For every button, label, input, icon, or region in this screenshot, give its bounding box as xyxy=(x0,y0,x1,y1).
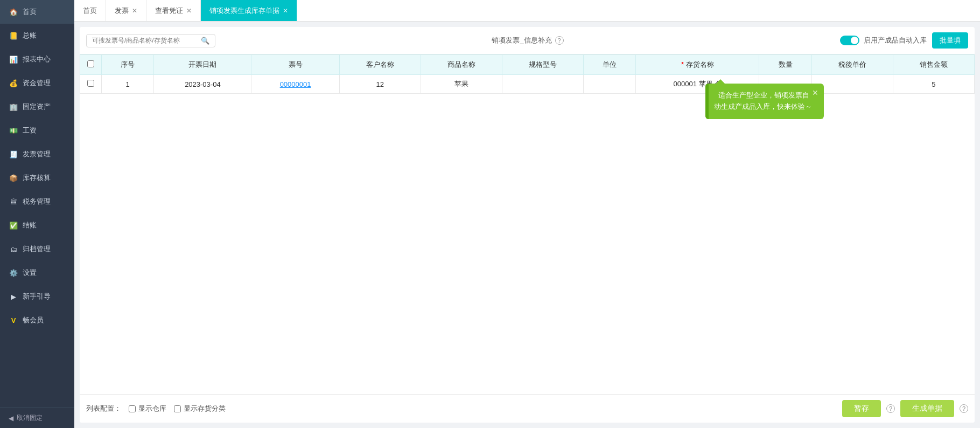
row-ticket-no[interactable]: 00000001 xyxy=(251,75,339,94)
invoice-icon: 🧾 xyxy=(9,149,18,159)
search-input[interactable] xyxy=(92,37,198,44)
show-category-checkbox[interactable] xyxy=(174,405,181,412)
tax-icon: 🏛 xyxy=(9,197,18,206)
sidebar-item-assets[interactable]: 🏢 固定资产 xyxy=(0,95,74,119)
save-button[interactable]: 暂存 xyxy=(842,400,881,417)
sidebar-item-settings-label: 设置 xyxy=(23,268,37,278)
inventory-icon: 📦 xyxy=(9,173,18,183)
sidebar-item-invoice-label: 发票管理 xyxy=(23,149,51,159)
sidebar: 🏠 首页 📒 总账 📊 报表中心 💰 资金管理 🏢 固定资产 💵 工资 🧾 发票… xyxy=(0,0,74,428)
sidebar-item-ledger[interactable]: 📒 总账 xyxy=(0,24,74,47)
sidebar-item-wages-label: 工资 xyxy=(23,126,37,135)
toggle-label: 启用产成品自动入库 xyxy=(864,36,927,45)
batch-fill-button[interactable]: 批量填 xyxy=(932,32,968,49)
tab-invoice[interactable]: 发票 ✕ xyxy=(106,0,146,21)
content-area: 🔍 销项发票_信息补充 ? 启用产成品自动入库 批量填 xyxy=(80,27,975,423)
funds-icon: 💰 xyxy=(9,78,18,88)
auto-stock-toggle[interactable] xyxy=(840,36,859,45)
select-all-checkbox[interactable] xyxy=(87,60,94,67)
home-icon: 🏠 xyxy=(9,7,18,17)
sidebar-item-inventory-label: 库存核算 xyxy=(23,173,51,183)
sidebar-item-wages[interactable]: 💵 工资 xyxy=(0,119,74,142)
unpin-button[interactable]: ◀ 取消固定 xyxy=(0,408,74,428)
col-header-seq: 序号 xyxy=(102,55,154,75)
toggle-area: 启用产成品自动入库 xyxy=(840,36,927,45)
tab-stock-entry-close[interactable]: ✕ xyxy=(283,7,288,15)
footer-config: 列表配置： 显示仓库 显示存货分类 xyxy=(86,404,226,413)
sidebar-item-ledger-label: 总账 xyxy=(23,31,37,40)
vip-icon: V xyxy=(9,315,18,325)
sidebar-item-reports-label: 报表中心 xyxy=(23,54,51,64)
col-header-unit: 单位 xyxy=(584,55,636,75)
tab-stock-entry[interactable]: 销项发票生成库存单据 ✕ xyxy=(201,0,297,21)
unpin-icon: ◀ xyxy=(9,415,13,422)
sidebar-item-tax[interactable]: 🏛 税务管理 xyxy=(0,190,74,213)
col-header-ticket-no: 票号 xyxy=(251,55,339,75)
assets-icon: 🏢 xyxy=(9,102,18,112)
row-checkbox-cell xyxy=(80,75,102,94)
sidebar-item-inventory[interactable]: 📦 库存核算 xyxy=(0,166,74,190)
tab-home[interactable]: 首页 xyxy=(74,0,106,21)
info-label: 销项发票_信息补充 xyxy=(492,36,551,45)
row-checkbox[interactable] xyxy=(87,80,94,87)
table-row: 1 2023-03-04 00000001 12 苹果 000001 苹果 个 … xyxy=(80,75,975,94)
search-icon: 🔍 xyxy=(201,37,209,45)
sidebar-item-invoice[interactable]: 🧾 发票管理 xyxy=(0,142,74,166)
unpin-label: 取消固定 xyxy=(17,413,43,423)
tab-invoice-label: 发票 xyxy=(115,6,129,16)
col-header-date: 开票日期 xyxy=(154,55,251,75)
settings-icon: ⚙️ xyxy=(9,268,18,278)
sidebar-item-funds[interactable]: 💰 资金管理 xyxy=(0,71,74,95)
sidebar-item-vip-label: 畅会员 xyxy=(23,315,44,325)
tooltip-close-icon[interactable]: ✕ xyxy=(812,87,818,99)
sidebar-item-home-label: 首页 xyxy=(23,7,37,17)
search-box[interactable]: 🔍 xyxy=(86,34,215,47)
tab-voucher-close[interactable]: ✕ xyxy=(186,7,192,15)
show-warehouse-label[interactable]: 显示仓库 xyxy=(129,404,166,413)
col-header-amount: 销售金额 xyxy=(893,55,974,75)
row-seq: 1 xyxy=(102,75,154,94)
sidebar-item-closing-label: 结账 xyxy=(23,220,37,230)
sidebar-item-settings[interactable]: ⚙️ 设置 xyxy=(0,261,74,285)
row-amount: 5 xyxy=(893,75,974,94)
col-header-quantity: 数量 xyxy=(759,55,811,75)
generate-button[interactable]: 生成单据 xyxy=(900,400,954,417)
sidebar-item-vip[interactable]: V 畅会员 xyxy=(0,308,74,332)
show-category-label[interactable]: 显示存货分类 xyxy=(174,404,226,413)
sidebar-item-home[interactable]: 🏠 首页 xyxy=(0,0,74,24)
main-area: 首页 发票 ✕ 查看凭证 ✕ 销项发票生成库存单据 ✕ 🔍 销项发票_信息补充 … xyxy=(74,0,980,428)
info-help-icon[interactable]: ? xyxy=(555,36,564,45)
col-header-inventory: 存货名称 xyxy=(636,55,759,75)
tab-voucher-label: 查看凭证 xyxy=(155,6,183,16)
generate-help-icon[interactable]: ? xyxy=(960,404,968,413)
tooltip-text: 适合生产型企业，销项发票自动生成产成品入库，快来体验～ xyxy=(714,91,812,111)
wages-icon: 💵 xyxy=(9,126,18,135)
sidebar-item-closing[interactable]: ✅ 结账 xyxy=(0,213,74,237)
tooltip-bubble: ✕ 适合生产型企业，销项发票自动生成产成品入库，快来体验～ xyxy=(705,84,824,119)
row-customer: 12 xyxy=(339,75,421,94)
show-warehouse-checkbox[interactable] xyxy=(129,405,136,412)
col-header-product: 商品名称 xyxy=(421,55,502,75)
col-header-customer: 客户名称 xyxy=(339,55,421,75)
tab-invoice-close[interactable]: ✕ xyxy=(132,7,137,15)
toolbar-info: 销项发票_信息补充 ? xyxy=(221,36,835,45)
sidebar-item-guide-label: 新手引导 xyxy=(23,292,51,301)
row-date: 2023-03-04 xyxy=(154,75,251,94)
reports-icon: 📊 xyxy=(9,54,18,64)
sidebar-item-archive-label: 归档管理 xyxy=(23,244,51,254)
row-spec xyxy=(502,75,583,94)
sidebar-item-reports[interactable]: 📊 报表中心 xyxy=(0,47,74,71)
col-header-checkbox xyxy=(80,55,102,75)
tab-home-label: 首页 xyxy=(83,6,97,16)
sidebar-item-funds-label: 资金管理 xyxy=(23,78,51,88)
save-help-icon[interactable]: ? xyxy=(886,404,895,413)
guide-icon: ▶ xyxy=(9,292,18,301)
closing-icon: ✅ xyxy=(9,220,18,230)
tab-voucher[interactable]: 查看凭证 ✕ xyxy=(146,0,201,21)
sidebar-item-guide[interactable]: ▶ 新手引导 xyxy=(0,285,74,308)
sidebar-item-archive[interactable]: 🗂 归档管理 xyxy=(0,237,74,261)
config-label: 列表配置： xyxy=(86,404,121,413)
toolbar: 🔍 销项发票_信息补充 ? 启用产成品自动入库 批量填 xyxy=(80,27,975,54)
tab-bar: 首页 发票 ✕ 查看凭证 ✕ 销项发票生成库存单据 ✕ xyxy=(74,0,980,22)
footer-actions: 暂存 ? 生成单据 ? xyxy=(842,400,968,417)
